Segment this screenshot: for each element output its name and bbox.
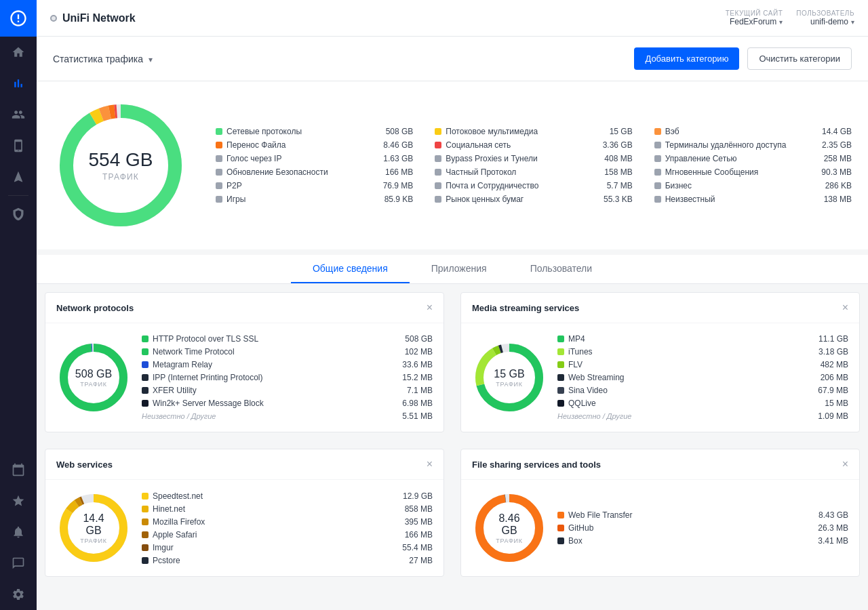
panel-filesharing-close[interactable]: × [842, 459, 848, 470]
page-title[interactable]: Статистика трафика ▾ [53, 54, 153, 64]
panel-legend-dot [142, 348, 149, 355]
tab-пользователи[interactable]: Пользователи [509, 255, 614, 283]
user-caret: ▾ [851, 18, 854, 26]
sidebar-item-calendar[interactable] [0, 454, 37, 485]
site-selector[interactable]: ТЕКУЩИЙ САЙТ FedExForum ▾ [726, 9, 783, 26]
legend-left: Рынок ценных бумаг [435, 195, 524, 204]
web-donut-label: ТРАФИК [75, 537, 113, 544]
star-icon [12, 494, 25, 508]
panel-legend-left: FLV [557, 360, 583, 369]
main-chart-section: 554 GB ТРАФИК Сетевые протоколы 508 GB П… [37, 81, 868, 249]
panel-legend-item: Web Streaming 206 MB [557, 373, 848, 382]
panel-legend-left: Pcstore [142, 556, 180, 565]
sidebar-divider [8, 195, 28, 196]
legend-left: Игры [216, 195, 245, 204]
legend-name: Вэб [665, 127, 679, 136]
legend-item: Игры 85.9 KB [216, 195, 413, 204]
settings-icon [12, 588, 25, 601]
legend-dot [435, 142, 441, 148]
legend-left: Перенос Файла [216, 140, 285, 150]
panel-legend-value: 7.1 MB [407, 386, 433, 395]
sidebar-item-security[interactable] [0, 199, 37, 230]
legend-name: Перенос Файла [226, 140, 285, 150]
legend-dot [216, 182, 222, 189]
panel-legend-left: Mozilla Firefox [142, 517, 205, 527]
panel-legend-name: Web File Transfer [568, 510, 632, 520]
panel-legend-dot [142, 387, 149, 394]
topbar-right: ТЕКУЩИЙ САЙТ FedExForum ▾ ПОЛЬЗОВАТЕЛЬ u… [726, 9, 854, 26]
legend-value: 258 MB [824, 154, 852, 163]
app-logo[interactable] [0, 0, 37, 37]
sidebar-item-devices[interactable] [0, 130, 37, 161]
legend-left: Вэб [654, 127, 679, 136]
panel-legend-dot [557, 361, 564, 368]
panel-network-close[interactable]: × [427, 302, 433, 313]
sidebar-item-home[interactable] [0, 37, 37, 68]
panel-legend-item: Sina Video 67.9 MB [557, 386, 848, 395]
panel-legend-dot [557, 512, 564, 518]
sidebar-item-notifications[interactable] [0, 516, 37, 548]
add-category-button[interactable]: Добавить категорию [634, 47, 739, 70]
title-caret: ▾ [149, 55, 153, 64]
site-value[interactable]: FedExForum ▾ [730, 17, 783, 26]
panel-media-header: Media streaming services × [461, 293, 859, 323]
panel-legend-left: Web Streaming [557, 373, 624, 382]
panel-legend-value: 3.41 MB [818, 536, 848, 546]
filesharing-legend: Web File Transfer 8.43 GB GitHub 26.3 MB… [557, 510, 848, 546]
panel-legend-name: Apple Safari [153, 530, 197, 540]
header-left: Статистика трафика ▾ [53, 54, 153, 64]
panel-legend-name: IPP (Internet Printing Protocol) [153, 373, 263, 382]
panel-legend-name: GitHub [568, 523, 593, 533]
sidebar-item-users[interactable] [0, 99, 37, 130]
panel-legend-item: Network Time Protocol 102 MB [142, 347, 433, 357]
panel-legend-dot [142, 336, 149, 342]
home-icon [12, 45, 25, 59]
app-name: UniFi Network [62, 12, 136, 24]
legend-name: Сетевые протоколы [226, 127, 302, 136]
legend-name: Bypass Proxies и Тунели [446, 154, 537, 163]
legend-item: Вэб 14.4 GB [654, 127, 852, 136]
legend-name: Мгновенные Сообщения [665, 167, 759, 177]
tab-приложения[interactable]: Приложения [410, 255, 509, 283]
media-legend: MP4 11.1 GB iTunes 3.18 GB FLV 482 MB We… [557, 334, 848, 421]
legend-name: Рынок ценных бумаг [446, 195, 524, 204]
panel-legend-dot [142, 493, 149, 500]
tab-общие-сведения[interactable]: Общие сведения [291, 255, 410, 283]
legend-dot [654, 196, 661, 203]
legend-dot [216, 169, 222, 176]
panel-web-close[interactable]: × [427, 459, 433, 470]
legend-left: Голос через IP [216, 154, 281, 163]
panel-legend-left: HTTP Protocol over TLS SSL [142, 334, 258, 344]
legend-item: P2P 76.9 MB [216, 181, 413, 190]
user-value[interactable]: unifi-demo ▾ [810, 17, 854, 26]
legend-value: 5.7 MB [607, 181, 633, 190]
panel-legend-name: Win2k+ Server Message Block [153, 399, 264, 408]
panel-legend-value: 6.98 MB [402, 399, 433, 408]
legend-dot [654, 142, 661, 148]
panel-legend-value: 102 MB [405, 347, 433, 357]
legend-name: Неизвестный [665, 195, 715, 204]
panel-legend-other-item: Неизвестно / Другие 1.09 MB [557, 411, 848, 421]
clear-categories-button[interactable]: Очистить категории [747, 47, 852, 70]
header-bar: Статистика трафика ▾ Добавить категорию … [37, 37, 868, 81]
sidebar-item-settings[interactable] [0, 579, 37, 610]
legend-name: Частный Протокол [446, 167, 516, 177]
web-donut-center: 14.4 GB ТРАФИК [75, 512, 113, 544]
panel-web-title: Web services [56, 460, 113, 470]
panel-legend-name: Pcstore [153, 556, 180, 565]
sidebar-item-stats[interactable] [0, 68, 37, 99]
legend-name: Терминалы удалённого доступа [665, 140, 787, 150]
sidebar-item-star[interactable] [0, 485, 37, 516]
sidebar-item-chat[interactable] [0, 548, 37, 579]
panel-media-close[interactable]: × [842, 302, 848, 313]
panel-legend-dot [142, 506, 149, 512]
legend-left: Неизвестный [654, 195, 715, 204]
panel-legend-item: QQLive 15 MB [557, 399, 848, 408]
panels-grid: Network protocols × 508 GB [37, 284, 868, 585]
panel-web-services: Web services × [45, 449, 444, 577]
sidebar-item-topology[interactable] [0, 161, 37, 192]
media-donut-value: 15 GB [494, 368, 524, 380]
legend-dot [654, 128, 661, 135]
legend-name: Обновление Безопасности [226, 167, 328, 177]
user-selector[interactable]: ПОЛЬЗОВАТЕЛЬ unifi-demo ▾ [796, 9, 854, 26]
